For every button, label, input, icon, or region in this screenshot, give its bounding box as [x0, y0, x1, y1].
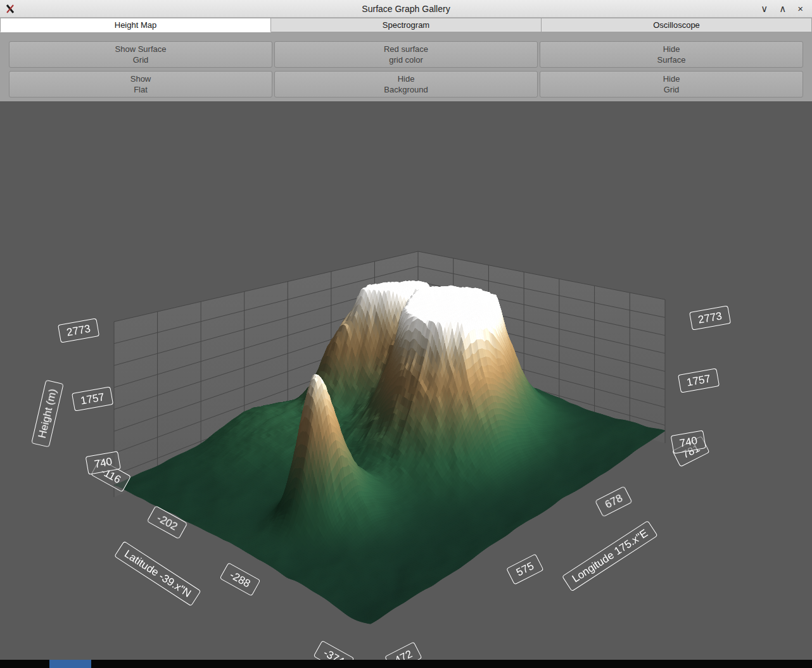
button-label: Show Surface — [115, 44, 167, 54]
window-title: Surface Graph Gallery — [0, 4, 812, 14]
hide-surface-button[interactable]: Hide Surface — [540, 41, 803, 68]
button-label: grid color — [389, 54, 422, 65]
taskbar — [0, 660, 812, 668]
surface-plot: Height (m) 2773 1757 740 -116 -202 -288 … — [0, 101, 812, 668]
minimize-icon[interactable]: ∨ — [761, 4, 768, 13]
button-label: Grid — [664, 84, 680, 95]
tab-bar: Height Map Spectrogram Oscilloscope — [0, 18, 812, 32]
button-label: Red surface — [384, 44, 428, 54]
toolbar: Show Surface Grid Red surface grid color… — [0, 32, 812, 101]
window-titlebar: Surface Graph Gallery ∨ ∧ × — [0, 0, 812, 18]
close-icon[interactable]: × — [797, 4, 803, 13]
window-controls: ∨ ∧ × — [761, 4, 812, 13]
hide-grid-button[interactable]: Hide Grid — [540, 71, 803, 98]
button-label: Hide — [398, 73, 415, 84]
tab-spectrogram[interactable]: Spectrogram — [271, 18, 542, 32]
tab-oscilloscope[interactable]: Oscilloscope — [542, 18, 812, 32]
button-label: Surface — [657, 54, 686, 65]
button-label: Hide — [663, 44, 680, 54]
show-flat-button[interactable]: Show Flat — [9, 71, 272, 98]
taskbar-item[interactable] — [49, 660, 91, 668]
button-label: Show — [130, 73, 151, 84]
hide-background-button[interactable]: Hide Background — [274, 71, 538, 98]
button-label: Background — [384, 84, 428, 95]
button-label: Hide — [663, 73, 680, 84]
button-label: Flat — [134, 84, 148, 95]
red-surface-grid-color-button[interactable]: Red surface grid color — [274, 41, 538, 68]
app-window: Surface Graph Gallery ∨ ∧ × Height Map S… — [0, 0, 812, 101]
tab-height-map[interactable]: Height Map — [0, 18, 271, 32]
maximize-icon[interactable]: ∧ — [779, 4, 786, 13]
show-surface-grid-button[interactable]: Show Surface Grid — [9, 41, 272, 68]
button-label: Grid — [133, 54, 149, 65]
app-icon — [5, 4, 15, 14]
